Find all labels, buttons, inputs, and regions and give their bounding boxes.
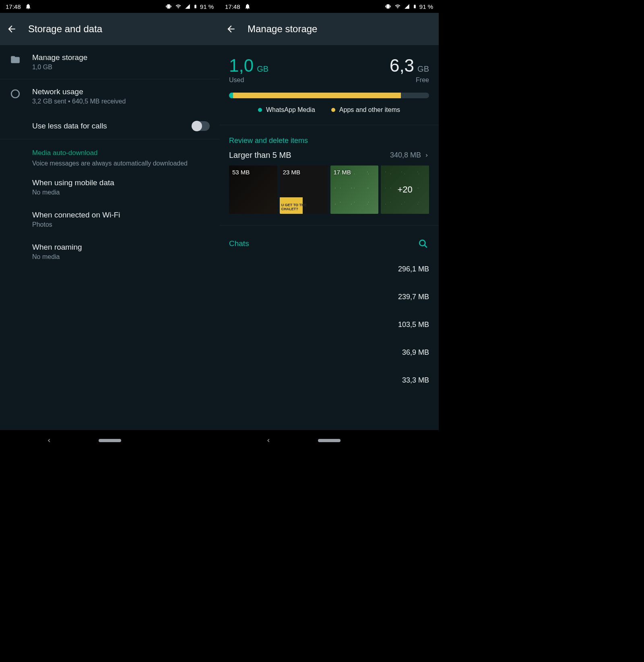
wifi-icon [394,4,401,9]
manage-storage-row[interactable]: Manage storage 1,0 GB [0,45,219,79]
network-usage-row[interactable]: Network usage 3,2 GB sent • 640,5 MB rec… [0,79,219,113]
signal-icon [184,4,191,9]
chevron-right-icon [424,152,429,159]
legend-dot-whatsapp [258,108,262,112]
thumb-size: 17 MB [334,169,351,176]
folder-icon [10,54,21,65]
chat-size: 103,5 MB [398,321,429,329]
battery-icon [413,3,417,10]
free-value: 6,3 [390,56,414,76]
status-time: 17:48 [225,3,240,10]
mobile-data-row[interactable]: When using mobile data No media [0,171,219,203]
nav-back-button[interactable] [46,438,52,443]
storage-summary: 1,0 GB 6,3 GB Used Free WhatsApp Medi [219,45,439,118]
legend-whatsapp: WhatsApp Media [266,106,315,114]
use-less-data-toggle[interactable] [192,121,210,131]
mobile-data-title: When using mobile data [32,178,210,187]
page-title: Storage and data [28,23,102,35]
data-usage-icon [10,88,21,99]
bar-apps [233,93,401,98]
chat-row[interactable]: 103,5 MB [219,311,439,339]
media-thumbnail[interactable]: 53 MB [229,166,277,214]
used-unit: GB [257,64,268,74]
battery-percent: 91 % [200,3,214,10]
app-bar: Manage storage [219,13,439,45]
free-unit: GB [417,64,429,74]
nav-home-pill[interactable] [318,439,341,442]
toggle-knob [192,121,202,131]
wifi-title: When connected on Wi-Fi [32,211,210,219]
search-button[interactable] [417,238,429,250]
use-less-data-label: Use less data for calls [32,122,107,130]
thumb-more-count: +20 [381,166,429,214]
media-auto-download-desc: Voice messages are always automatically … [32,159,210,168]
chat-size: 296,1 MB [398,265,429,273]
chat-row[interactable]: 296,1 MB [219,255,439,283]
mobile-data-sub: No media [32,189,210,196]
screen-manage-storage: 17:48 91 % Manage storage 1,0 GB [219,0,439,451]
roaming-row[interactable]: When roaming No media [0,236,219,268]
chats-header: Chats [219,225,439,255]
chat-row[interactable]: 36,9 MB [219,339,439,366]
status-bar: 17:48 91 % [219,0,439,13]
network-usage-sub: 3,2 GB sent • 640,5 MB received [32,98,210,105]
app-bar: Storage and data [0,13,219,45]
vibrate-icon [165,4,172,9]
thumbnail-strip: 53 MB 23 MB U GET TO THE CHALET? 17 MB +… [219,166,439,218]
nav-home-pill[interactable] [99,439,121,442]
chat-size: 33,3 MB [402,376,429,385]
svg-point-0 [11,90,19,98]
legend-dot-apps [331,108,335,112]
network-usage-title: Network usage [32,87,210,96]
chat-row[interactable]: 239,7 MB [219,283,439,311]
larger-than-size: 340,8 MB [390,151,421,159]
notification-bell-icon [25,3,31,10]
manage-storage-title: Manage storage [32,53,210,62]
larger-than-title: Larger than 5 MB [229,151,291,160]
battery-percent: 91 % [419,3,433,10]
larger-than-row[interactable]: Larger than 5 MB 340,8 MB [219,151,439,166]
media-thumbnail-more[interactable]: +20 [381,166,429,214]
chat-size: 36,9 MB [402,348,429,357]
navigation-bar [219,430,439,451]
chat-row[interactable]: 33,3 MB [219,366,439,394]
thumb-caption: U GET TO THE CHALET? [281,203,307,211]
thumb-size: 23 MB [283,169,300,176]
free-label: Free [416,77,429,84]
media-auto-download-header: Media auto-download [32,149,210,157]
status-bar: 17:48 91 % [0,0,219,13]
chats-title: Chats [229,239,249,248]
used-value: 1,0 [229,56,254,76]
storage-bar [229,93,429,98]
media-thumbnail[interactable]: 17 MB [330,166,379,214]
manage-storage-sub: 1,0 GB [32,64,210,71]
nav-back-button[interactable] [266,438,271,443]
legend-apps: Apps and other items [339,106,400,114]
screen-storage-and-data: 17:48 91 % Storage and data Manage stora… [0,0,219,451]
wifi-row[interactable]: When connected on Wi-Fi Photos [0,203,219,236]
svg-line-2 [425,245,427,247]
page-title: Manage storage [248,23,317,35]
vibrate-icon [384,4,392,9]
svg-point-1 [419,240,425,246]
battery-icon [193,3,198,10]
wifi-sub: Photos [32,221,210,228]
legend: WhatsApp Media Apps and other items [229,106,429,114]
back-button[interactable] [226,24,236,34]
roaming-sub: No media [32,253,210,261]
media-thumbnail[interactable]: 23 MB U GET TO THE CHALET? [280,166,328,214]
chat-size: 239,7 MB [398,293,429,301]
roaming-title: When roaming [32,243,210,252]
use-less-data-row[interactable]: Use less data for calls [0,113,219,139]
notification-bell-icon [244,3,251,10]
navigation-bar [0,430,219,451]
status-time: 17:48 [6,3,21,10]
bar-whatsapp [229,93,233,98]
thumb-size: 53 MB [232,169,250,176]
used-label: Used [229,77,244,84]
wifi-icon [175,4,182,9]
review-header: Review and delete items [219,125,439,151]
signal-icon [404,4,410,9]
back-button[interactable] [6,24,17,34]
